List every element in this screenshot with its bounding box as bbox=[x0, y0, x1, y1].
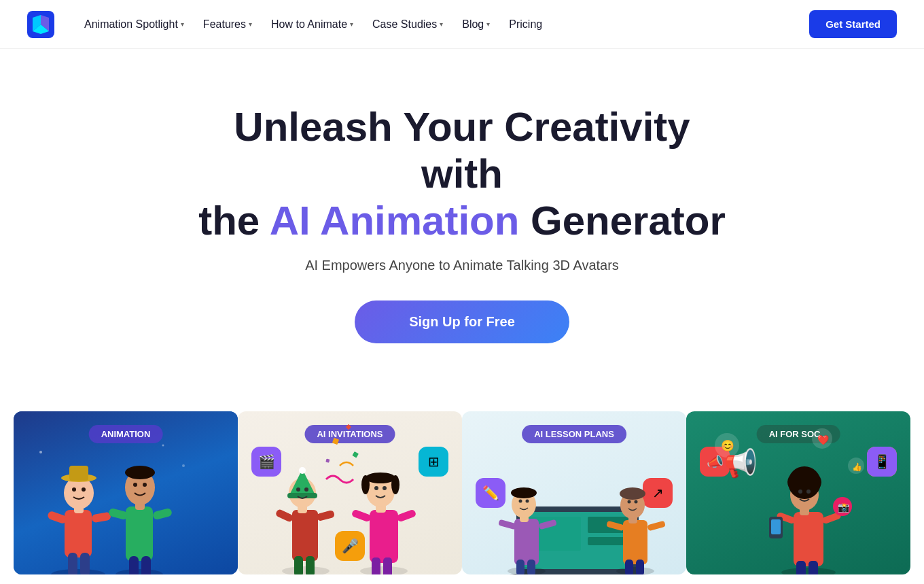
svg-rect-27 bbox=[129, 556, 139, 574]
chevron-down-icon: ▾ bbox=[440, 20, 443, 28]
nav-item-case-studies[interactable]: Case Studies ▾ bbox=[364, 13, 451, 36]
svg-rect-51 bbox=[351, 509, 372, 523]
chevron-down-icon: ▾ bbox=[249, 20, 252, 28]
card-animation-illustration bbox=[14, 411, 204, 574]
nav-label-case-studies: Case Studies bbox=[372, 18, 437, 31]
svg-point-22 bbox=[125, 466, 155, 479]
svg-point-1 bbox=[39, 451, 42, 453]
svg-point-70 bbox=[519, 500, 522, 503]
svg-rect-72 bbox=[498, 519, 516, 530]
svg-rect-53 bbox=[372, 557, 380, 574]
svg-text:❤️: ❤️ bbox=[817, 434, 830, 446]
signup-button[interactable]: Sign Up for Free bbox=[355, 300, 569, 343]
svg-rect-55 bbox=[332, 438, 339, 445]
card-lesson-plans-illustration bbox=[462, 411, 686, 574]
svg-point-5 bbox=[162, 445, 164, 447]
svg-rect-66 bbox=[514, 519, 539, 565]
svg-rect-11 bbox=[69, 466, 88, 481]
card-animation[interactable]: ANIMATION bbox=[14, 411, 238, 574]
svg-point-24 bbox=[143, 483, 147, 487]
chevron-down-icon: ▾ bbox=[181, 20, 184, 28]
svg-rect-41 bbox=[306, 556, 315, 574]
svg-rect-43 bbox=[370, 510, 398, 563]
nav-item-blog[interactable]: Blog ▾ bbox=[454, 13, 498, 36]
svg-rect-106 bbox=[796, 561, 806, 574]
nav-label-pricing: Pricing bbox=[509, 18, 542, 31]
svg-point-23 bbox=[133, 483, 137, 487]
hero-title-line2-part1: the bbox=[198, 198, 269, 243]
svg-point-48 bbox=[361, 475, 370, 494]
nav-item-features[interactable]: Features ▾ bbox=[195, 13, 260, 36]
svg-rect-107 bbox=[808, 561, 818, 574]
svg-point-69 bbox=[511, 487, 537, 498]
svg-rect-86 bbox=[636, 560, 644, 574]
svg-point-71 bbox=[526, 500, 529, 503]
svg-rect-25 bbox=[108, 508, 128, 521]
svg-rect-26 bbox=[152, 508, 173, 521]
svg-rect-17 bbox=[80, 553, 90, 574]
svg-rect-38 bbox=[275, 509, 294, 523]
svg-point-2 bbox=[135, 431, 137, 433]
svg-rect-52 bbox=[396, 509, 416, 523]
svg-rect-105 bbox=[771, 519, 781, 534]
svg-rect-74 bbox=[516, 560, 525, 574]
svg-point-3 bbox=[182, 464, 185, 467]
nav-items: Animation Spotlight ▾ Features ▾ How to … bbox=[76, 13, 809, 36]
nav-label-animation-spotlight: Animation Spotlight bbox=[84, 18, 178, 31]
svg-point-6 bbox=[51, 569, 105, 574]
svg-rect-63 bbox=[588, 537, 628, 545]
hero-title: Unleash Your Creativity with the AI Anim… bbox=[190, 103, 734, 244]
svg-rect-75 bbox=[527, 560, 535, 574]
hero-title-line2-part2: Generator bbox=[519, 198, 725, 243]
nav-label-features: Features bbox=[203, 18, 246, 31]
get-started-button[interactable]: Get Started bbox=[809, 10, 897, 38]
svg-rect-95 bbox=[794, 512, 823, 566]
chevron-down-icon: ▾ bbox=[486, 20, 490, 28]
card-ai-lesson-plans[interactable]: AI LESSON PLANS ✏️ ↗ bbox=[462, 411, 686, 574]
nav-label-how-to-animate: How to Animate bbox=[271, 18, 347, 31]
svg-rect-7 bbox=[65, 510, 92, 557]
svg-point-100 bbox=[798, 489, 802, 494]
card-ai-invitations[interactable]: AI INVITATIONS 🎬 ⊞ 🎤 bbox=[238, 411, 462, 574]
svg-text:📸: 📸 bbox=[838, 502, 850, 513]
svg-point-50 bbox=[383, 486, 387, 490]
card-social-illustration: 😊 ❤️ 👍 📢 bbox=[686, 411, 883, 574]
svg-rect-30 bbox=[292, 510, 318, 561]
cards-section: ANIMATION bbox=[0, 371, 924, 574]
nav-item-animation-spotlight[interactable]: Animation Spotlight ▾ bbox=[76, 13, 192, 36]
svg-rect-14 bbox=[47, 511, 67, 525]
svg-rect-28 bbox=[141, 556, 151, 574]
svg-rect-58 bbox=[325, 459, 330, 463]
svg-text:📢: 📢 bbox=[724, 447, 758, 479]
svg-point-18 bbox=[116, 569, 163, 574]
svg-rect-77 bbox=[623, 520, 647, 564]
svg-point-36 bbox=[296, 487, 300, 492]
nav-item-how-to-animate[interactable]: How to Animate ▾ bbox=[263, 13, 361, 36]
hero-section: Unleash Your Creativity with the AI Anim… bbox=[0, 49, 924, 371]
svg-point-81 bbox=[628, 500, 631, 504]
svg-rect-56 bbox=[346, 424, 351, 430]
svg-point-46 bbox=[366, 473, 395, 483]
svg-rect-19 bbox=[126, 506, 153, 561]
svg-rect-34 bbox=[287, 493, 317, 498]
nav-item-pricing[interactable]: Pricing bbox=[501, 13, 550, 36]
svg-point-12 bbox=[72, 487, 76, 492]
card-ai-social[interactable]: AI FOR SOC... 🔔 📣 📱 😊 ❤️ 👍 📢 bbox=[686, 411, 910, 574]
svg-rect-15 bbox=[91, 512, 111, 523]
svg-point-99 bbox=[788, 466, 821, 499]
svg-point-49 bbox=[374, 486, 378, 490]
logo[interactable] bbox=[27, 11, 54, 38]
svg-point-35 bbox=[299, 467, 306, 474]
svg-point-80 bbox=[620, 487, 645, 500]
svg-rect-84 bbox=[647, 521, 665, 531]
hero-title-line1: Unleash Your Creativity with bbox=[234, 104, 690, 196]
svg-rect-16 bbox=[68, 553, 77, 574]
hero-title-highlight: AI Animation bbox=[270, 198, 520, 243]
svg-point-82 bbox=[635, 500, 638, 504]
svg-rect-57 bbox=[352, 451, 359, 458]
nav-label-blog: Blog bbox=[462, 18, 484, 31]
svg-rect-85 bbox=[625, 560, 633, 574]
svg-point-37 bbox=[304, 487, 308, 492]
svg-text:👍: 👍 bbox=[852, 462, 862, 472]
svg-point-47 bbox=[391, 475, 399, 494]
